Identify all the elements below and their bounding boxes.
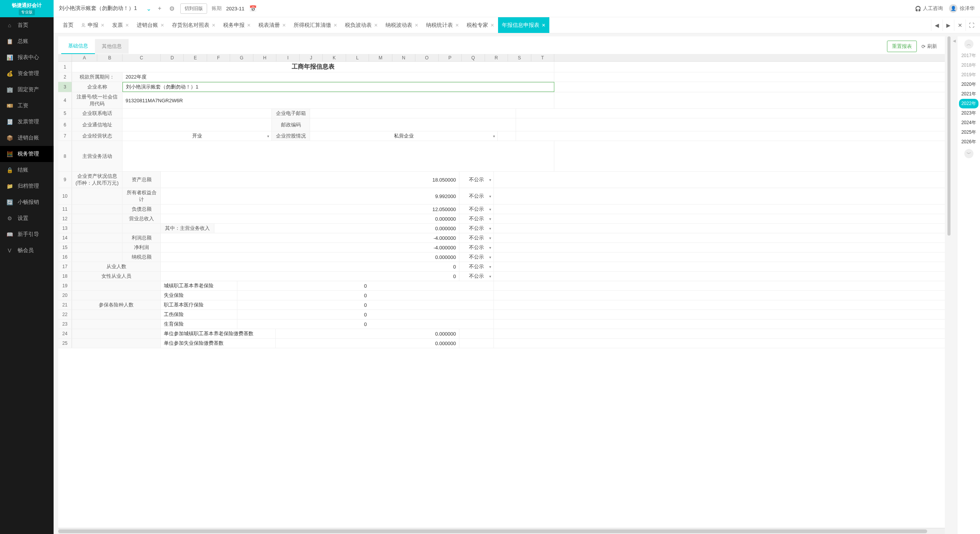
status-dropdown[interactable]: 开业 [122,131,272,141]
col-header-cell[interactable]: G [230,54,253,61]
row-number[interactable]: 20 [58,291,72,300]
holding-dropdown[interactable]: 私营企业 [310,131,498,141]
row-number[interactable]: 3 [58,82,72,92]
base-value[interactable]: 0.000000 [276,339,459,348]
email-value[interactable] [310,109,516,118]
row-number[interactable]: 25 [58,339,72,348]
col-header-cell[interactable]: S [508,54,531,61]
tab[interactable]: 税负波动表✕ [341,17,382,33]
publish-dropdown[interactable]: 不公示 [459,272,494,281]
row-number[interactable]: 9 [58,172,72,188]
row-number[interactable]: 6 [58,118,72,131]
fullscreen-icon[interactable]: ⛶ [965,20,977,31]
base-value[interactable]: 0.000000 [276,329,459,338]
nav-item-guide[interactable]: 📖新手引导 [0,226,54,242]
year-item[interactable]: 2025年 [959,128,978,137]
postal-value[interactable] [310,118,516,131]
panel-handle[interactable]: ◀ [952,36,957,534]
row-number[interactable]: 13 [58,224,72,233]
row-number[interactable]: 7 [58,131,72,141]
tab-close-all-icon[interactable]: ✕ [954,20,965,31]
tab[interactable]: 税表清册✕ [255,17,290,33]
tab[interactable]: 兑申报✕ [77,17,108,33]
consult-button[interactable]: 🎧 人工咨询 [915,5,943,12]
col-header-cell[interactable]: K [323,54,346,61]
insurance-value[interactable]: 0 [237,281,494,290]
female-value[interactable]: 0 [161,272,459,281]
nav-item-invoice[interactable]: 🧾发票管理 [0,114,54,130]
phone-value[interactable] [122,109,272,118]
close-icon[interactable]: ✕ [415,23,418,28]
publish-dropdown[interactable]: 不公示 [459,252,494,262]
row-number[interactable]: 4 [58,92,72,108]
employees-value[interactable]: 0 [161,262,459,271]
fin-value[interactable]: 0.000000 [161,252,459,262]
col-header-cell[interactable]: I [276,54,299,61]
close-icon[interactable]: ✕ [282,23,286,28]
year-item[interactable]: 2026年 [959,137,978,147]
row-number[interactable]: 10 [58,188,72,204]
nav-item-asset[interactable]: 🏢固定资产 [0,82,54,98]
close-icon[interactable]: ✕ [247,23,251,28]
nav-item-fund[interactable]: 💰资金管理 [0,66,54,82]
close-icon[interactable]: ✕ [542,23,546,28]
insurance-value[interactable]: 0 [237,319,494,329]
tab[interactable]: 纳税统计表✕ [422,17,463,33]
close-icon[interactable]: ✕ [455,23,459,28]
insurance-value[interactable]: 0 [237,300,494,310]
vertical-scrollbar[interactable] [946,36,952,534]
col-header-cell[interactable]: A [72,54,97,61]
publish-dropdown[interactable]: 不公示 [459,214,494,223]
row-number[interactable]: 14 [58,233,72,242]
year-item[interactable]: 2017年 [959,51,978,61]
add-icon[interactable]: + [156,5,163,12]
tab[interactable]: 首页 [59,17,77,33]
nav-item-expense[interactable]: 🔄小畅报销 [0,194,54,210]
spreadsheet[interactable]: ABCDEFGHIJKLMNOPQRST 1工商年报信息表2税款所属期间：202… [58,54,945,528]
close-icon[interactable]: ✕ [125,23,129,28]
tab[interactable]: 发票✕ [108,17,133,33]
year-item[interactable]: 2023年 [959,108,978,118]
row-number[interactable]: 2 [58,72,72,82]
tab-next-icon[interactable]: ▶ [942,20,954,31]
year-down-icon[interactable]: ﹀ [964,149,973,158]
col-header-cell[interactable]: B [97,54,122,61]
row-number[interactable]: 22 [58,310,72,319]
row-number[interactable]: 1 [58,62,72,72]
close-icon[interactable]: ✕ [333,23,337,28]
nav-item-close[interactable]: 🔒结账 [0,162,54,178]
nav-item-stock[interactable]: 📦进销台账 [0,130,54,146]
col-header-cell[interactable]: N [392,54,415,61]
nav-item-salary[interactable]: 💴工资 [0,98,54,114]
tab-prev-icon[interactable]: ◀ [931,20,942,31]
publish-dropdown[interactable]: 不公示 [459,205,494,214]
col-header-cell[interactable]: E [184,54,207,61]
col-header-cell[interactable]: H [253,54,276,61]
nav-item-home[interactable]: ⌂首页 [0,17,54,33]
nav-item-tax[interactable]: 🧮税务管理 [0,146,54,162]
year-item[interactable]: 2024年 [959,118,978,128]
row-number[interactable]: 18 [58,272,72,281]
col-header-cell[interactable]: F [207,54,230,61]
col-header-cell[interactable]: M [369,54,392,61]
col-header-cell[interactable]: C [122,54,161,61]
close-icon[interactable]: ✕ [490,23,494,28]
reg-value[interactable]: 91320811MA7NGR2W6R [122,92,554,108]
period-value[interactable]: 2023-11 [226,6,245,11]
fin-value[interactable]: 0.000000 [214,224,459,233]
row-number[interactable]: 15 [58,243,72,252]
row-number[interactable]: 5 [58,109,72,118]
company-value[interactable]: 刘小艳演示账套（勿删勿动！）1 [122,82,554,92]
user-menu[interactable]: 👤 徐泽华 [949,4,975,13]
fin-value[interactable]: 0.000000 [161,214,459,223]
publish-dropdown[interactable]: 不公示 [459,243,494,252]
nav-item-settings[interactable]: ⚙设置 [0,210,54,226]
col-header-cell[interactable]: D [161,54,184,61]
period-value[interactable]: 2022年度 [122,72,554,82]
row-number[interactable]: 12 [58,214,72,223]
calendar-icon[interactable]: 📅 [249,5,257,12]
tab[interactable]: 进销台账✕ [133,17,168,33]
year-item[interactable]: 2021年 [959,89,978,99]
publish-dropdown[interactable]: 不公示 [459,224,494,233]
fin-value[interactable]: 12.050000 [161,205,459,214]
